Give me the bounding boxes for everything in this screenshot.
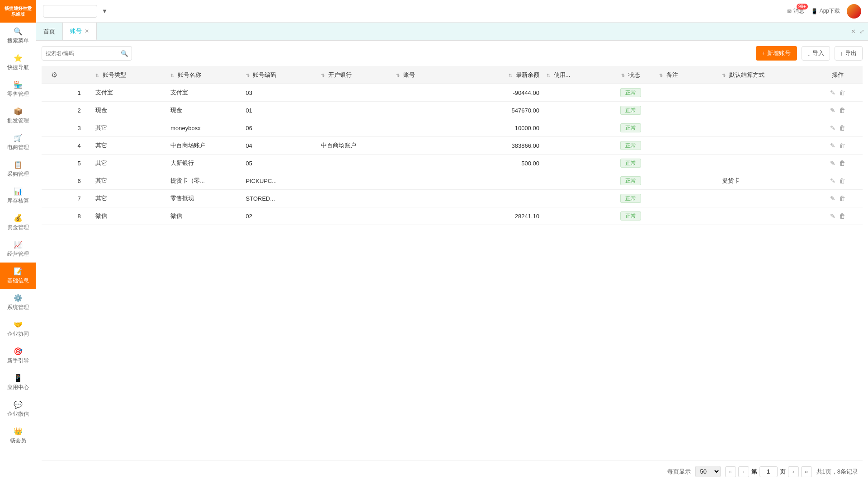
sort-icon: ⇅ [509, 73, 512, 78]
row-type-cell: 其它 [92, 155, 167, 172]
retail-icon: 🏪 [14, 80, 23, 89]
col-name-header[interactable]: ⇅ 账号名称 [167, 66, 242, 84]
sidebar-item-label: 电商管理 [7, 144, 29, 151]
delete-button[interactable]: 🗑 [839, 142, 845, 149]
last-page-button[interactable]: » [801, 466, 812, 477]
row-settings-cell [42, 155, 66, 172]
delete-button[interactable]: 🗑 [839, 195, 845, 202]
row-remark-cell [656, 207, 718, 225]
app-logo: 畅捷通好生意 乐蜂版 [0, 0, 36, 23]
row-type-cell: 微信 [92, 207, 167, 225]
import-button[interactable]: ↓ 导入 [802, 46, 830, 61]
row-status-cell: 正常 [606, 172, 656, 190]
finance-icon: 💰 [14, 214, 23, 222]
row-no-cell: 8 [66, 207, 91, 225]
export-button[interactable]: ↑ 导出 [835, 46, 863, 61]
edit-button[interactable]: ✎ [830, 107, 835, 114]
col-settlement-header[interactable]: ⇅ 默认结算方式 [718, 66, 812, 84]
sidebar-item-enterprise-wechat[interactable]: 💬 企业微信 [0, 396, 36, 422]
delete-button[interactable]: 🗑 [839, 107, 845, 114]
delete-button[interactable]: 🗑 [839, 212, 845, 220]
row-bank-cell [317, 172, 392, 190]
add-account-button[interactable]: + 新增账号 [756, 46, 797, 61]
edit-button[interactable]: ✎ [830, 212, 835, 220]
next-page-button[interactable]: › [788, 466, 799, 477]
close-window-icon[interactable]: ✕ [851, 28, 856, 35]
edit-button[interactable]: ✎ [830, 177, 835, 184]
message-button[interactable]: ✉ 消息 99+ [787, 7, 804, 15]
sidebar-item-search-menu[interactable]: 🔍 搜索菜单 [0, 23, 36, 49]
sidebar-item-wholesale[interactable]: 📦 批发管理 [0, 103, 36, 129]
search-input[interactable] [42, 50, 117, 56]
sort-icon: ⇅ [621, 73, 625, 78]
guide-icon: 🎯 [14, 347, 23, 356]
page-size-label: 每页显示 [667, 468, 691, 476]
sidebar-item-ecommerce[interactable]: 🛒 电商管理 [0, 129, 36, 156]
sidebar-item-purchase[interactable]: 📋 采购管理 [0, 156, 36, 183]
maximize-icon[interactable]: ⤢ [859, 28, 864, 35]
prev-page-button[interactable]: ‹ [738, 466, 749, 477]
edit-button[interactable]: ✎ [830, 89, 835, 96]
sidebar-item-vip[interactable]: 👑 畅会员 [0, 422, 36, 449]
row-type-cell: 其它 [92, 172, 167, 190]
sidebar-item-operation[interactable]: 📈 经营管理 [0, 236, 36, 263]
sidebar-item-guide[interactable]: 🎯 新手引导 [0, 343, 36, 369]
delete-button[interactable]: 🗑 [839, 89, 845, 96]
tab-close-icon[interactable]: ✕ [85, 28, 89, 34]
settings-gear-icon[interactable]: ⚙ [51, 71, 57, 79]
table-row: 7 其它 零售抵现 STORED... 正常 ✎ 🗑 [42, 190, 863, 207]
delete-button[interactable]: 🗑 [839, 124, 845, 131]
col-usage-header[interactable]: ⇅ 使用... [543, 66, 606, 84]
row-status-cell: 正常 [606, 119, 656, 137]
row-settings-cell [42, 172, 66, 190]
sidebar-item-label: 应用中心 [7, 384, 29, 391]
row-balance-cell: 383866.00 [468, 137, 543, 155]
col-bank-header[interactable]: ⇅ 开户银行 [317, 66, 392, 84]
row-type-cell: 其它 [92, 190, 167, 207]
col-code-header[interactable]: ⇅ 账号编码 [242, 66, 317, 84]
dropdown-arrow-icon[interactable]: ▼ [102, 8, 108, 14]
sort-icon: ⇅ [170, 73, 174, 78]
page-number-input[interactable] [760, 466, 778, 477]
sidebar-item-finance[interactable]: 💰 资金管理 [0, 209, 36, 236]
sidebar-item-retail[interactable]: 🏪 零售管理 [0, 76, 36, 103]
edit-button[interactable]: ✎ [830, 142, 835, 149]
col-type-header[interactable]: ⇅ 账号类型 [92, 66, 167, 84]
sidebar-item-label: 零售管理 [7, 90, 29, 98]
tab-home[interactable]: 首页 [36, 23, 63, 40]
row-bank-cell [317, 119, 392, 137]
delete-button[interactable]: 🗑 [839, 177, 845, 184]
col-remark-header[interactable]: ⇅ 备注 [656, 66, 718, 84]
sidebar-item-label: 系统管理 [7, 304, 29, 311]
header-search-input[interactable] [43, 5, 97, 18]
sidebar-item-app-center[interactable]: 📱 应用中心 [0, 369, 36, 396]
sidebar-item-label: 基础信息 [7, 277, 29, 285]
row-settlement-cell [718, 190, 812, 207]
page-size-select[interactable]: 50 100 200 [695, 466, 721, 477]
col-account-header[interactable]: ⇅ 账号 [392, 66, 467, 84]
col-balance-header[interactable]: ⇅ 最新余额 [468, 66, 543, 84]
edit-button[interactable]: ✎ [830, 124, 835, 131]
row-bank-cell [317, 84, 392, 102]
delete-button[interactable]: 🗑 [839, 160, 845, 167]
first-page-button[interactable]: « [725, 466, 736, 477]
search-button[interactable]: 🔍 [117, 50, 132, 57]
row-bank-cell [317, 102, 392, 119]
tab-account[interactable]: 账号 ✕ [63, 23, 97, 40]
table-container: ⚙ ⇅ 账号类型 ⇅ 账号名称 ⇅ 账号编码 [42, 66, 863, 460]
search-group: 🔍 [42, 46, 132, 61]
sidebar-item-basic-info[interactable]: 📝 基础信息 [0, 263, 36, 289]
sidebar-item-enterprise[interactable]: 🤝 企业协同 [0, 316, 36, 343]
status-badge: 正常 [620, 88, 641, 97]
basic-info-icon: 📝 [14, 267, 23, 276]
edit-button[interactable]: ✎ [830, 160, 835, 167]
sidebar-item-system[interactable]: ⚙️ 系统管理 [0, 289, 36, 316]
sidebar-item-inventory[interactable]: 📊 库存核算 [0, 183, 36, 209]
sidebar-item-label: 畅会员 [10, 437, 26, 445]
col-status-header[interactable]: ⇅ 状态 [606, 66, 656, 84]
sidebar-item-quick-nav[interactable]: ⭐ 快捷导航 [0, 49, 36, 76]
app-download-button[interactable]: 📱 App下载 [811, 7, 840, 15]
sort-icon: ⇅ [321, 73, 325, 78]
edit-button[interactable]: ✎ [830, 195, 835, 202]
avatar[interactable] [847, 4, 861, 19]
